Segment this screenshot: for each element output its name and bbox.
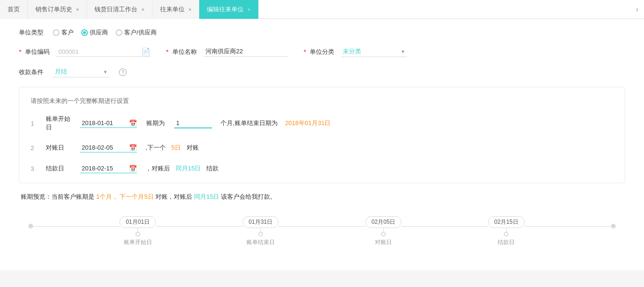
tabs-scroll-arrow[interactable]: › — [630, 0, 644, 19]
tl-label-3: 对账日 — [375, 238, 392, 246]
unit-code-group: * 单位编码 📄 — [19, 47, 151, 57]
payment-post: 结款 — [206, 164, 219, 173]
tabs-bar: 首页 销售订单历史 × 钱货日清工作台 × 往来单位 × 编辑往来单位 × › — [0, 0, 644, 19]
unit-type-row: 单位类型 客户 供应商 客户/供应商 — [19, 28, 625, 37]
field-label-3: 结款日 — [46, 164, 74, 173]
tab-sales-history[interactable]: 销售订单历史 × — [28, 0, 87, 19]
tl-start-dot — [28, 216, 33, 228]
close-cash-work[interactable]: × — [141, 7, 144, 12]
period-input-wrapper — [174, 118, 212, 128]
unit-name-label: 单位名称 — [172, 48, 197, 56]
calendar-icon-2[interactable]: 📅 — [129, 144, 137, 152]
preview-part4: 同月15日 — [194, 193, 219, 200]
period-suffix: 个月,账单结束日期为 — [220, 119, 278, 127]
unit-type-radio-group: 客户 供应商 客户/供应商 — [53, 28, 157, 37]
close-sales-history[interactable]: × — [76, 7, 79, 12]
unit-name-input[interactable] — [203, 47, 288, 57]
timeline-container: 01月01日 账单开始日 01月31日 账单结束日 02月05日 — [19, 212, 625, 261]
payment-row: 收款条件 月结 ▼ ? — [19, 67, 625, 77]
payment-cond-value: 月结 — [55, 68, 100, 76]
period-input[interactable] — [174, 118, 212, 127]
unit-category-select[interactable]: 未分类 ▼ — [341, 46, 407, 57]
tl-line-4 — [401, 226, 488, 227]
radio-circle-customer — [53, 29, 59, 36]
help-icon[interactable]: ? — [119, 68, 127, 76]
tab-edit-partner[interactable]: 编辑往来单位 × — [199, 0, 258, 19]
reconcile-day-highlight: 5日 — [171, 144, 181, 152]
tl-label-1: 账单开始日 — [124, 238, 152, 246]
start-date-wrapper: 📅 — [80, 118, 137, 128]
card-title: 请按照未来的一个完整帐期进行设置 — [31, 97, 613, 105]
radio-supplier[interactable]: 供应商 — [81, 28, 108, 37]
tl-badge-1: 01月01日 — [119, 216, 156, 228]
field-label-2: 对账日 — [46, 144, 74, 152]
radio-circle-both — [116, 29, 122, 36]
tl-line-3 — [279, 226, 365, 227]
end-date-highlight: 2018年01月31日 — [285, 119, 331, 127]
reconcile-date-wrapper: 📅 — [80, 143, 137, 152]
tl-badge-4: 02月15日 — [488, 216, 525, 228]
unit-code-label: 单位编码 — [25, 48, 50, 56]
close-edit-partner[interactable]: × — [247, 7, 250, 12]
calendar-icon-1[interactable]: 📅 — [129, 119, 137, 127]
chevron-down-icon-pay: ▼ — [103, 69, 108, 75]
radio-both[interactable]: 客户/供应商 — [116, 28, 157, 37]
tl-line-2 — [156, 226, 242, 227]
row-num-1: 1 — [31, 120, 40, 127]
start-date-input[interactable] — [80, 118, 127, 127]
tab-cash-work[interactable]: 钱货日清工作台 × — [87, 0, 152, 19]
preview-part3: 对账，对账后 — [155, 193, 192, 200]
unit-category-group: * 单位分类 未分类 ▼ — [304, 46, 407, 57]
unit-category-value: 未分类 — [343, 47, 398, 56]
payment-cond-label: 收款条件 — [19, 68, 43, 76]
tl-node-4: 02月15日 结款日 — [488, 216, 525, 246]
row-num-2: 2 — [31, 144, 40, 152]
setting-row-3: 3 结款日 📅 ，对账后 同月15日 结款 — [31, 164, 613, 173]
payment-date-wrapper: 📅 — [80, 164, 137, 173]
calendar-icon-3[interactable]: 📅 — [129, 165, 137, 172]
reconcile-date-input[interactable] — [80, 143, 127, 152]
tl-node-2: 01月31日 账单结束日 — [243, 216, 279, 246]
reconcile-post: 对账 — [186, 144, 199, 152]
reconcile-pre: ,下一个 — [145, 144, 166, 152]
payment-date-input[interactable] — [80, 164, 127, 173]
tl-label-4: 结款日 — [498, 238, 515, 246]
tl-end-dot — [611, 216, 616, 228]
row-num-3: 3 — [31, 165, 40, 172]
chevron-down-icon: ▼ — [400, 49, 405, 54]
tl-line-5 — [525, 226, 611, 227]
radio-circle-supplier — [81, 29, 88, 36]
close-partner-unit[interactable]: × — [188, 7, 191, 12]
payment-cond-select[interactable]: 月结 ▼ — [53, 67, 110, 77]
preview-part5: 该客户会给我打款。 — [221, 193, 276, 200]
unit-category-label: 单位分类 — [310, 48, 334, 56]
unit-name-group: * 单位名称 — [166, 47, 288, 57]
preview-part1: 1个月， — [96, 193, 118, 200]
doc-icon[interactable]: 📄 — [141, 47, 151, 56]
tl-label-2: 账单结束日 — [246, 238, 275, 246]
setting-row-2: 2 对账日 📅 ,下一个 5日 对账 — [31, 143, 613, 152]
tab-home[interactable]: 首页 — [0, 0, 28, 19]
field-label-1: 账单开始日 — [46, 115, 74, 132]
tl-line-1 — [33, 226, 119, 227]
unit-info-row: * 单位编码 📄 * 单位名称 * 单位分类 未分类 ▼ — [19, 46, 625, 57]
main-content: 单位类型 客户 供应商 客户/供应商 * 单位编码 📄 — [0, 19, 644, 270]
preview-text-block: 账期预览：当前客户账期是 1个月， 下一个月5日 对账，对账后 同月15日 该客… — [19, 193, 625, 201]
radio-customer[interactable]: 客户 — [53, 28, 74, 37]
tl-badge-3: 02月05日 — [365, 216, 402, 228]
tab-partner-unit[interactable]: 往来单位 × — [153, 0, 199, 19]
tl-badge-2: 01月31日 — [243, 216, 279, 228]
unit-code-input-wrapper: 📄 — [56, 47, 151, 57]
tl-node-3: 02月05日 对账日 — [365, 216, 402, 246]
preview-label: 账期预览：当前客户账期是 — [21, 193, 94, 200]
payment-pre: ，对账后 — [145, 164, 170, 173]
unit-type-label: 单位类型 — [19, 28, 43, 37]
preview-part2: 下一个月5日 — [119, 193, 153, 200]
payment-day-highlight: 同月15日 — [176, 164, 201, 173]
settings-card: 请按照未来的一个完整帐期进行设置 1 账单开始日 📅 账期为 个月,账单结束日期… — [19, 87, 625, 183]
tl-node-1: 01月01日 账单开始日 — [119, 216, 156, 246]
unit-code-input[interactable] — [56, 47, 139, 56]
setting-row-1: 1 账单开始日 📅 账期为 个月,账单结束日期为 2018年01月31日 — [31, 115, 613, 132]
period-label: 账期为 — [146, 119, 165, 127]
